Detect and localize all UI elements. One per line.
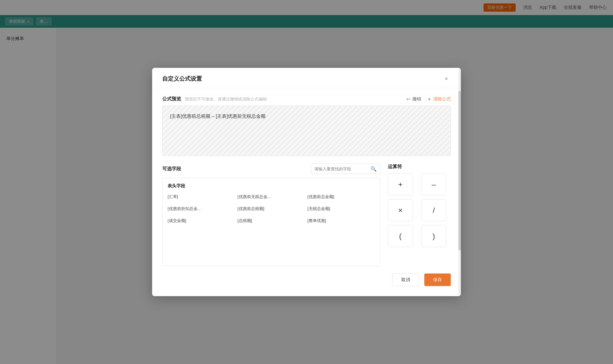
field-item[interactable]: [成交金额] bbox=[168, 217, 235, 225]
fields-grid: [汇率] [优惠前无税总金... [优惠前总金额] [优惠前折扣总金... [优… bbox=[168, 193, 375, 225]
field-item[interactable]: [优惠前总金额] bbox=[307, 193, 375, 201]
field-search-box[interactable]: 🔍 bbox=[311, 164, 380, 174]
scrollbar-thumb bbox=[458, 91, 461, 251]
formula-actions: ↩ 撤销 ✦ 清除公式 bbox=[406, 96, 451, 102]
field-item[interactable]: [总税额] bbox=[238, 217, 305, 225]
fields-list: 表头字段 [汇率] [优惠前无税总金... [优惠前总金额] [优惠前折扣总金.… bbox=[162, 178, 380, 266]
save-button[interactable]: 保存 bbox=[424, 274, 451, 286]
modal-header: 自定义公式设置 × bbox=[152, 68, 461, 88]
operator-multiply-button[interactable]: × bbox=[388, 199, 413, 221]
formula-label: 公式预览 bbox=[162, 96, 181, 102]
operators-section: 运算符 + – × / ( ) bbox=[388, 164, 451, 247]
field-item[interactable]: [优惠前折扣总金... bbox=[168, 205, 235, 213]
clear-formula-button[interactable]: ✦ 清除公式 bbox=[427, 96, 451, 102]
field-item[interactable]: [汇率] bbox=[168, 193, 235, 201]
field-search-input[interactable] bbox=[314, 167, 368, 171]
operators-label: 运算符 bbox=[388, 164, 451, 170]
field-item[interactable]: [优惠前总税额] bbox=[238, 205, 305, 213]
modal-title: 自定义公式设置 bbox=[162, 75, 202, 82]
undo-icon: ↩ bbox=[406, 96, 410, 102]
formula-hint: 预览区不可修改，请通过撤销或清除公式编辑 bbox=[185, 96, 267, 102]
field-item[interactable]: [整单优惠] bbox=[307, 217, 375, 225]
operator-plus-button[interactable]: + bbox=[388, 173, 413, 196]
formula-text: [主表]优惠前总税额 – [主表]优惠前无税总金额 bbox=[170, 113, 266, 119]
formula-preview-box: [主表]优惠前总税额 – [主表]优惠前无税总金额 bbox=[162, 106, 451, 156]
fields-header: 可选字段 🔍 bbox=[162, 164, 380, 174]
formula-label-group: 公式预览 预览区不可修改，请通过撤销或清除公式编辑 bbox=[162, 96, 267, 102]
operator-close-paren-button[interactable]: ) bbox=[421, 225, 446, 247]
cancel-button[interactable]: 取消 bbox=[392, 274, 419, 286]
modal-footer: 取消 保存 bbox=[152, 266, 461, 286]
operator-minus-button[interactable]: – bbox=[421, 173, 446, 196]
modal-scrollbar bbox=[458, 68, 461, 296]
formula-preview-section: 公式预览 预览区不可修改，请通过撤销或清除公式编辑 ↩ 撤销 ✦ 清除公式 [主… bbox=[162, 96, 451, 156]
fields-group-label: 表头字段 bbox=[168, 183, 375, 189]
operators-grid: + – × / ( ) bbox=[388, 173, 451, 247]
operator-divide-button[interactable]: / bbox=[421, 199, 446, 221]
field-item[interactable]: [无税总金额] bbox=[307, 205, 375, 213]
fields-section: 可选字段 🔍 表头字段 [汇率] [优惠前无税总金... [优惠前总金额] [优… bbox=[162, 164, 380, 266]
search-icon: 🔍 bbox=[370, 166, 377, 172]
fields-operators-section: 可选字段 🔍 表头字段 [汇率] [优惠前无税总金... [优惠前总金额] [优… bbox=[162, 164, 451, 266]
formula-header: 公式预览 预览区不可修改，请通过撤销或清除公式编辑 ↩ 撤销 ✦ 清除公式 bbox=[162, 96, 451, 102]
fields-label: 可选字段 bbox=[162, 166, 181, 172]
formula-settings-modal: 自定义公式设置 × 公式预览 预览区不可修改，请通过撤销或清除公式编辑 ↩ 撤销… bbox=[152, 68, 461, 296]
undo-button[interactable]: ↩ 撤销 bbox=[406, 96, 421, 102]
modal-close-button[interactable]: × bbox=[442, 74, 451, 83]
modal-body: 公式预览 预览区不可修改，请通过撤销或清除公式编辑 ↩ 撤销 ✦ 清除公式 [主… bbox=[152, 88, 461, 266]
clear-icon: ✦ bbox=[427, 96, 431, 101]
field-item[interactable]: [优惠前无税总金... bbox=[238, 193, 305, 201]
operator-open-paren-button[interactable]: ( bbox=[388, 225, 413, 247]
